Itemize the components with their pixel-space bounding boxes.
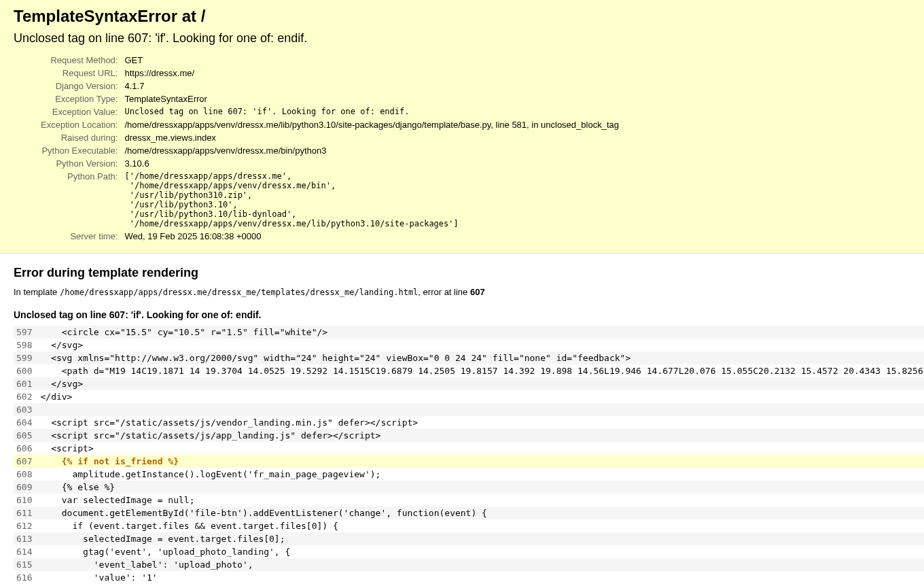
- line-code: <path d="M19 14C19.1871 14 19.3704 14.05…: [37, 364, 924, 377]
- line-number: 604: [14, 416, 37, 429]
- template-path: /home/dressxapp/apps/dressx.me/dressx_me…: [60, 288, 418, 297]
- line-code: 'value': '1': [37, 571, 924, 584]
- meta-value: https://dressx.me/: [124, 67, 619, 80]
- meta-label: Request URL:: [14, 67, 124, 80]
- source-line: 612 if (event.target.files && event.targ…: [14, 519, 924, 532]
- source-line: 611 document.getElementById('file-btn').…: [14, 506, 924, 519]
- error-subtitle: Unclosed tag on line 607: 'if'. Looking …: [14, 31, 910, 46]
- line-code: selectedImage = event.target.files[0];: [37, 532, 924, 545]
- meta-value: 3.10.6: [124, 157, 619, 170]
- line-number: 600: [14, 364, 37, 377]
- source-line: 601 </svg>: [14, 377, 924, 390]
- line-number: 601: [14, 377, 37, 390]
- meta-label: Exception Value:: [14, 105, 124, 118]
- line-number: 612: [14, 519, 37, 532]
- line-code: <script src="/static/assets/js/vendor_la…: [37, 416, 924, 429]
- source-code-table: 597 <circle cx="15.5" cy="10.5" r="1.5" …: [14, 326, 924, 584]
- line-code: {% if not is_friend %}: [37, 455, 924, 468]
- meta-value: TemplateSyntaxError: [124, 92, 619, 105]
- meta-label: Python Path:: [14, 170, 124, 230]
- line-number: 606: [14, 442, 37, 455]
- line-number: 613: [14, 532, 37, 545]
- meta-label: Exception Type:: [14, 92, 124, 105]
- source-line: 614 gtag('event', 'upload_photo_landing'…: [14, 545, 924, 558]
- source-line: 610 var selectedImage = null;: [14, 494, 924, 506]
- error-header: TemplateSyntaxError at / Unclosed tag on…: [0, 0, 924, 254]
- meta-value: Unclosed tag on line 607: 'if'. Looking …: [124, 105, 619, 118]
- line-code: 'event_label': 'upload_photo',: [37, 558, 924, 571]
- source-line: 616 'value': '1': [14, 571, 924, 584]
- source-line: 598 </svg>: [14, 339, 924, 351]
- intro-prefix: In template: [14, 287, 60, 297]
- source-line: 602</div>: [14, 390, 924, 403]
- meta-value: 4.1.7: [124, 80, 619, 92]
- meta-value: /home/dressxapp/apps/venv/dressx.me/lib/…: [124, 118, 619, 131]
- meta-value: dressx_me.views.index: [124, 131, 619, 144]
- line-number: 609: [14, 481, 37, 494]
- source-line: 615 'event_label': 'upload_photo',: [14, 558, 924, 571]
- source-line: 609 {% else %}: [14, 481, 924, 494]
- request-meta-table: Request Method: GET Request URL: https:/…: [14, 54, 619, 243]
- line-code: var selectedImage = null;: [37, 494, 924, 506]
- line-number: 608: [14, 468, 37, 481]
- section-title: Error during template rendering: [14, 266, 910, 280]
- source-line: 597 <circle cx="15.5" cy="10.5" r="1.5" …: [14, 326, 924, 339]
- line-code: document.getElementById('file-btn').addE…: [37, 506, 924, 519]
- line-number: 616: [14, 571, 37, 584]
- meta-label: Raised during:: [14, 131, 124, 144]
- meta-label: Request Method:: [14, 54, 124, 67]
- meta-label: Exception Location:: [14, 118, 124, 131]
- source-line: 606 <script>: [14, 442, 924, 455]
- line-number: 607: [14, 455, 37, 468]
- line-code: <script src="/static/assets/js/app_landi…: [37, 429, 924, 442]
- template-error-section: Error during template rendering In templ…: [0, 254, 924, 584]
- line-code: <circle cx="15.5" cy="10.5" r="1.5" fill…: [37, 326, 924, 339]
- line-number: 611: [14, 506, 37, 519]
- line-number: 598: [14, 339, 37, 351]
- line-code: </div>: [37, 390, 924, 403]
- source-line: 603: [14, 403, 924, 416]
- line-code: if (event.target.files && event.target.f…: [37, 519, 924, 532]
- source-line: 607 {% if not is_friend %}: [14, 455, 924, 468]
- meta-value: /home/dressxapp/apps/venv/dressx.me/bin/…: [124, 144, 619, 157]
- page-title: TemplateSyntaxError at /: [14, 7, 910, 26]
- meta-label: Django Version:: [14, 80, 124, 92]
- source-line: 604 <script src="/static/assets/js/vendo…: [14, 416, 924, 429]
- source-line: 600 <path d="M19 14C19.1871 14 19.3704 1…: [14, 364, 924, 377]
- line-code: </svg>: [37, 339, 924, 351]
- line-number: 614: [14, 545, 37, 558]
- line-code: amplitude.getInstance().logEvent('fr_mai…: [37, 468, 924, 481]
- line-number: 597: [14, 326, 37, 339]
- error-message: Unclosed tag on line 607: 'if'. Looking …: [14, 309, 910, 320]
- source-line: 599 <svg xmlns="http://www.w3.org/2000/s…: [14, 351, 924, 364]
- meta-label: Server time:: [14, 230, 124, 243]
- line-code: [37, 403, 924, 416]
- line-code: </svg>: [37, 377, 924, 390]
- highlighted-token: {% if not is_friend %}: [62, 456, 179, 466]
- line-code: <svg xmlns="http://www.w3.org/2000/svg" …: [37, 351, 924, 364]
- line-number: 610: [14, 494, 37, 506]
- source-line: 608 amplitude.getInstance().logEvent('fr…: [14, 468, 924, 481]
- template-path-line: In template /home/dressxapp/apps/dressx.…: [14, 287, 910, 297]
- line-number: 599: [14, 351, 37, 364]
- line-number: 615: [14, 558, 37, 571]
- meta-value: GET: [124, 54, 619, 67]
- meta-value: Wed, 19 Feb 2025 16:08:38 +0000: [124, 230, 619, 243]
- source-line: 613 selectedImage = event.target.files[0…: [14, 532, 924, 545]
- line-number: 603: [14, 403, 37, 416]
- python-path-pre: ['/home/dressxapp/apps/dressx.me', '/hom…: [124, 171, 619, 228]
- intro-suffix: , error at line: [418, 287, 470, 297]
- meta-value: ['/home/dressxapp/apps/dressx.me', '/hom…: [124, 170, 619, 230]
- source-line: 605 <script src="/static/assets/js/app_l…: [14, 429, 924, 442]
- line-code: gtag('event', 'upload_photo_landing', {: [37, 545, 924, 558]
- line-number: 605: [14, 429, 37, 442]
- line-code: {% else %}: [37, 481, 924, 494]
- line-code: <script>: [37, 442, 924, 455]
- meta-label: Python Executable:: [14, 144, 124, 157]
- error-line-number: 607: [470, 287, 485, 297]
- line-number: 602: [14, 390, 37, 403]
- meta-label: Python Version:: [14, 157, 124, 170]
